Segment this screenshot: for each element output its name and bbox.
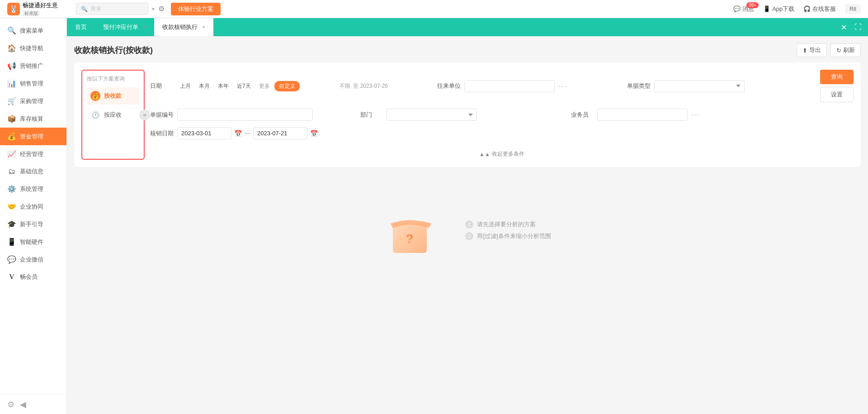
filter-scheme-selector: 按以下方案查询 💰 按收款 🕐 按应收 « — [81, 70, 145, 160]
sidebar-label-collab: 企业协同 — [20, 203, 43, 211]
writeoff-date-start-input[interactable] — [177, 127, 231, 139]
sidebar-item-wechat[interactable]: 💬 企业微信 — [0, 251, 66, 268]
sidebar-item-vip[interactable]: V 畅会员 — [0, 268, 66, 286]
sidebar-settings-icon[interactable]: ⚙ — [7, 400, 14, 409]
tab-home[interactable]: 首页 — [67, 18, 95, 36]
export-button[interactable]: ⬆ 导出 — [797, 43, 827, 57]
writeoff-date-label: 核销日期 — [150, 129, 174, 138]
date-no-limit-text: 不限 — [340, 82, 350, 90]
counterparty-input[interactable] — [464, 80, 555, 92]
maximize-icon[interactable]: ⛶ — [853, 22, 863, 33]
topbar-middle: 体验行业方案 — [166, 3, 733, 15]
app-download-label: App下载 — [772, 5, 794, 13]
svg-point-4 — [419, 233, 421, 235]
tab-writeoff[interactable]: 收款核销执行 × — [154, 18, 213, 36]
date-tab-custom[interactable]: 自定义 — [274, 81, 300, 91]
writeoff-date-end-calendar-icon[interactable]: 📅 — [310, 130, 318, 137]
sidebar-item-management[interactable]: 📈 经营管理 — [0, 145, 66, 163]
action-buttons: 查询 设置 — [820, 70, 854, 102]
top-bar: 🐰 畅捷通好生意 标准版 🔍 搜索 ▾ ⚙ 体验行业方案 💬 消息 99+ 📱 … — [0, 0, 868, 18]
search-input[interactable]: 🔍 搜索 — [76, 3, 148, 15]
close-all-tabs-icon[interactable]: ✕ — [838, 22, 849, 33]
writeoff-date-start-calendar-icon[interactable]: 📅 — [234, 130, 242, 137]
sidebar-label-wechat: 企业微信 — [20, 256, 43, 264]
sidebar-item-shortcuts[interactable]: 🏠 快捷导航 — [0, 39, 66, 57]
refresh-button[interactable]: ↻ 刷新 — [830, 43, 861, 57]
salesperson-input[interactable] — [597, 109, 688, 121]
sidebar-item-purchase[interactable]: 🛒 采购管理 — [0, 92, 66, 110]
filter-row-1: 日期 上月 本月 本年 近7天 更多 自定义 不限 至 2023-07-26 往 — [150, 70, 854, 102]
payment-option-icon: 💰 — [90, 91, 100, 101]
date-tab-more[interactable]: 更多 — [255, 81, 274, 91]
sidebar-item-system[interactable]: ⚙️ 系统管理 — [0, 180, 66, 198]
tab-writeoff-close-icon[interactable]: × — [202, 24, 205, 30]
message-action[interactable]: 💬 消息 99+ — [733, 5, 754, 13]
hardware-icon: 📱 — [7, 238, 16, 246]
step-1-badge: 1 — [465, 220, 473, 228]
industry-solution-button[interactable]: 体验行业方案 — [171, 3, 221, 15]
marketing-icon: 📢 — [7, 62, 16, 70]
dept-label: 部门 — [360, 111, 383, 119]
empty-hint-2: 2 用[过滤]条件来缩小分析范围 — [465, 232, 551, 240]
sidebar-item-search[interactable]: 🔍 搜索菜单 — [0, 22, 66, 39]
filter-row-3: 核销日期 📅 — 📅 — [150, 127, 854, 139]
date-no-limit-area: 不限 至 2023-07-26 — [340, 82, 430, 90]
empty-state: ? 1 请先选择要分析的方案 2 用[过滤]条件来缩小分析范围 — [74, 203, 861, 257]
date-tab-last-month[interactable]: 上月 — [176, 81, 194, 91]
collapse-up-icon: ▲▲ — [479, 151, 490, 157]
sidebar-item-finance[interactable]: 💰 资金管理 — [0, 128, 66, 145]
sidebar-item-inventory[interactable]: 📦 库存核算 — [0, 110, 66, 128]
salesperson-field: 业务员 ··· — [571, 109, 774, 121]
sidebar-item-marketing[interactable]: 📢 营销推广 — [0, 57, 66, 75]
user-area[interactable]: Rit — [845, 4, 861, 14]
query-button[interactable]: 查询 — [820, 70, 854, 84]
filter-option-by-receivable[interactable]: 🕐 按应收 — [87, 106, 139, 124]
filter-row-2: 单据编号 部门 业务员 ··· — [150, 109, 854, 121]
empty-illustration: ? — [384, 203, 438, 257]
page-header: 收款核销执行(按收款) ⬆ 导出 ↻ 刷新 — [74, 43, 861, 57]
sidebar-label-vip: 畅会员 — [20, 273, 38, 281]
topbar-gear-icon[interactable]: ⚙ — [158, 5, 165, 13]
search-area: 🔍 搜索 ▾ ⚙ — [76, 3, 166, 15]
page-title: 收款核销执行(按收款) — [74, 45, 153, 56]
sidebar-item-sales[interactable]: 📊 销售管理 — [0, 75, 66, 92]
tab-prepay[interactable]: 预付冲应付单 × — [95, 18, 154, 36]
app-download-action[interactable]: 📱 App下载 — [763, 5, 794, 13]
writeoff-date-end-input[interactable] — [253, 127, 307, 139]
scheme-collapse-button[interactable]: « — [139, 109, 150, 120]
app-download-icon: 📱 — [763, 5, 770, 12]
tab-prepay-close-icon[interactable]: × — [143, 24, 146, 30]
sidebar-item-hardware[interactable]: 📱 智能硬件 — [0, 233, 66, 251]
settings-button[interactable]: 设置 — [820, 87, 854, 102]
logo-text-area: 畅捷通好生意 标准版 — [23, 1, 58, 17]
bill-no-input[interactable] — [177, 109, 313, 121]
sidebar-item-basic-info[interactable]: 🗂 基础信息 — [0, 163, 66, 180]
filter-scheme-title: 按以下方案查询 — [87, 75, 139, 83]
salesperson-dots-icon[interactable]: ··· — [691, 110, 699, 119]
date-tab-7days[interactable]: 近7天 — [233, 81, 255, 91]
refresh-icon: ↻ — [836, 47, 841, 54]
search-placeholder: 搜索 — [90, 5, 101, 13]
online-service-action[interactable]: 🎧 在线客服 — [803, 5, 836, 13]
page-actions: ⬆ 导出 ↻ 刷新 — [797, 43, 861, 57]
filter-option-by-payment[interactable]: 💰 按收款 — [87, 87, 139, 105]
dept-field: 部门 — [360, 109, 563, 121]
sidebar-item-guide[interactable]: 🎓 新手引导 — [0, 215, 66, 233]
online-service-label: 在线客服 — [812, 5, 836, 13]
sidebar-collapse-icon[interactable]: ◀ — [20, 400, 26, 409]
search-chevron-icon[interactable]: ▾ — [152, 6, 155, 12]
guide-icon: 🎓 — [7, 220, 16, 228]
date-tab-this-month[interactable]: 本月 — [195, 81, 213, 91]
system-icon: ⚙️ — [7, 185, 16, 193]
sidebar-item-collab[interactable]: 🤝 企业协同 — [0, 198, 66, 215]
user-name: Rit — [849, 6, 856, 12]
bill-type-select[interactable] — [654, 80, 745, 92]
dept-select[interactable] — [387, 109, 477, 121]
writeoff-date-range: 📅 — 📅 — [177, 127, 318, 139]
sidebar-label-basic-info: 基础信息 — [20, 167, 43, 176]
counterparty-dots-icon[interactable]: ··· — [558, 81, 566, 91]
date-tab-this-year[interactable]: 本年 — [214, 81, 232, 91]
sales-icon: 📊 — [7, 79, 16, 88]
svg-point-3 — [399, 237, 403, 240]
collapse-conditions-button[interactable]: ▲▲ 收起更多条件 — [472, 148, 532, 160]
